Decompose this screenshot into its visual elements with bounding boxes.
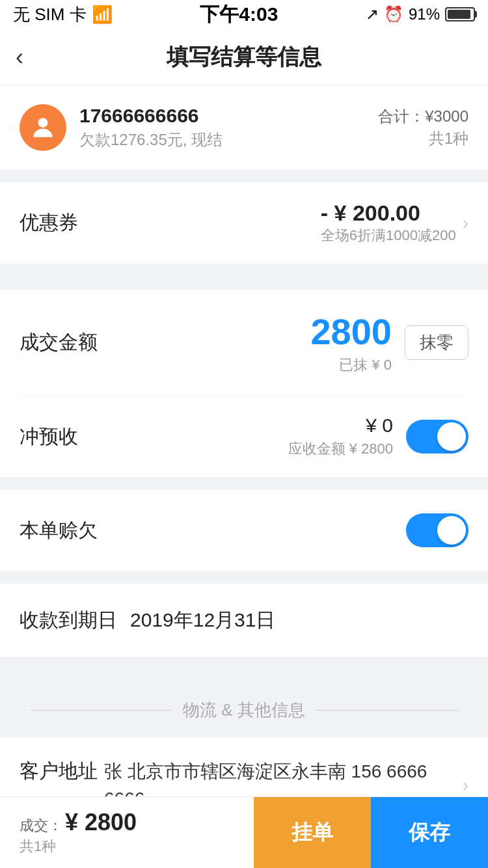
amount-right: 2800 已抹 ¥ 0 抹零 — [310, 310, 468, 375]
amount-col: 2800 已抹 ¥ 0 — [310, 310, 392, 375]
amount-section: 成交金额 2800 已抹 ¥ 0 抹零 冲预收 ¥ 0 应收金额 ¥ 2800 — [0, 290, 488, 477]
section-spacer-1 — [0, 277, 488, 290]
amount-sub: 已抹 ¥ 0 — [339, 355, 392, 375]
user-info: 17666666666 欠款1276.35元, 现结 — [79, 105, 223, 150]
avatar — [20, 104, 66, 151]
coupon-right: - ¥ 200.00 全场6折满1000减200 › — [321, 200, 468, 245]
coupon-card[interactable]: 优惠券 - ¥ 200.00 全场6折满1000减200 › — [0, 182, 488, 264]
user-total: 合计：¥3000 共1种 — [378, 106, 468, 149]
battery-label: 91% — [409, 5, 440, 23]
date-label: 收款到期日 — [20, 607, 117, 634]
bottom-summary: 成交： ¥ 2800 共1种 — [0, 797, 254, 868]
user-debt: 欠款1276.35元, 现结 — [79, 129, 223, 150]
page-title: 填写结算等信息 — [167, 42, 321, 72]
user-left: 17666666666 欠款1276.35元, 现结 — [20, 104, 223, 151]
summary-count: 共1种 — [20, 837, 234, 856]
address-label: 客户地址 — [20, 758, 104, 785]
section-spacer-2 — [0, 477, 488, 490]
prepay-right: ¥ 0 应收金额 ¥ 2800 — [288, 414, 468, 459]
amount-value: 2800 — [310, 310, 392, 353]
logistics-section: 物流 & 其他信息 — [0, 683, 488, 737]
debt-label: 本单赊欠 — [20, 517, 98, 544]
location-icon: ↗ — [366, 5, 379, 23]
date-value: 2019年12月31日 — [130, 607, 275, 634]
bottom-bar: 成交： ¥ 2800 共1种 挂单 保存 — [0, 796, 488, 868]
prepay-sub: 应收金额 ¥ 2800 — [288, 439, 393, 459]
hold-button[interactable]: 挂单 — [254, 797, 371, 868]
prepay-amount: ¥ 0 — [288, 414, 393, 437]
status-left: 无 SIM 卡 📶 — [13, 3, 113, 26]
status-right: ↗ ⏰ 91% — [366, 5, 475, 23]
prepay-amount-col: ¥ 0 应收金额 ¥ 2800 — [288, 414, 393, 459]
total-count: 共1种 — [378, 128, 468, 149]
date-row: 收款到期日 2019年12月31日 — [20, 584, 468, 657]
coupon-desc: 全场6折满1000减200 — [321, 226, 456, 245]
wifi-icon: 📶 — [92, 5, 113, 25]
total-label: 合计：¥3000 — [378, 106, 468, 127]
status-time: 下午4:03 — [200, 1, 278, 28]
user-phone: 17666666666 — [79, 105, 223, 127]
date-section: 收款到期日 2019年12月31日 — [0, 584, 488, 657]
coupon-info: - ¥ 200.00 全场6折满1000减200 — [321, 200, 456, 245]
transaction-amount-row: 成交金额 2800 已抹 ¥ 0 抹零 — [20, 290, 468, 396]
back-button[interactable]: ‹ — [16, 44, 23, 71]
summary-prefix: 成交： — [20, 816, 62, 835]
chevron-right-icon: › — [463, 213, 468, 234]
nav-bar: ‹ 填写结算等信息 — [0, 29, 488, 86]
prepay-toggle[interactable] — [406, 420, 468, 454]
sim-label: 无 SIM 卡 — [13, 3, 87, 26]
svg-point-0 — [38, 118, 48, 128]
prepay-row: 冲预收 ¥ 0 应收金额 ¥ 2800 — [20, 396, 468, 477]
prepay-label: 冲预收 — [20, 424, 78, 450]
logistics-label: 物流 & 其他信息 — [183, 699, 305, 722]
coupon-row[interactable]: 优惠券 - ¥ 200.00 全场6折满1000减200 › — [0, 182, 488, 264]
coupon-label: 优惠券 — [20, 210, 78, 236]
content-area: 17666666666 欠款1276.35元, 现结 合计：¥3000 共1种 … — [0, 86, 488, 868]
round-button[interactable]: 抹零 — [405, 325, 468, 360]
address-chevron-icon: › — [463, 775, 468, 796]
debt-toggle[interactable] — [406, 513, 468, 547]
battery-icon — [445, 7, 475, 21]
summary-row: 成交： ¥ 2800 — [20, 809, 234, 837]
coupon-amount: - ¥ 200.00 — [321, 200, 456, 226]
user-info-card: 17666666666 欠款1276.35元, 现结 合计：¥3000 共1种 — [0, 86, 488, 169]
alarm-icon: ⏰ — [384, 5, 403, 23]
user-row: 17666666666 欠款1276.35元, 现结 合计：¥3000 共1种 — [0, 86, 488, 169]
debt-section: 本单赊欠 — [0, 490, 488, 571]
section-spacer-3 — [0, 670, 488, 683]
summary-amount: ¥ 2800 — [65, 809, 137, 836]
debt-row: 本单赊欠 — [20, 490, 468, 571]
avatar-icon — [29, 113, 57, 142]
status-bar: 无 SIM 卡 📶 下午4:03 ↗ ⏰ 91% — [0, 0, 488, 29]
amount-label: 成交金额 — [20, 329, 98, 356]
save-button[interactable]: 保存 — [371, 797, 488, 868]
